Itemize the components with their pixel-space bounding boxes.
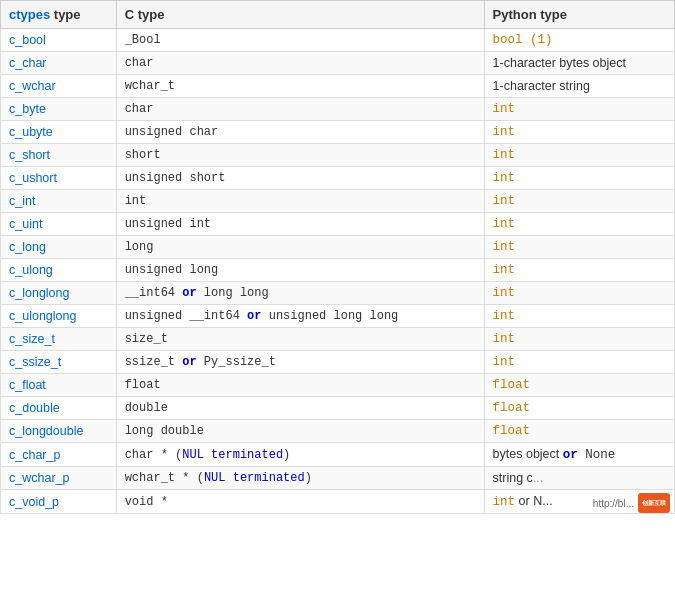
table-row: c_intintint	[1, 190, 675, 213]
ctypes-cell: c_float	[1, 374, 117, 397]
ctypes-cell: c_longdouble	[1, 420, 117, 443]
python-type-cell: string c...	[484, 467, 674, 490]
ctype-cell: wchar_t	[116, 75, 484, 98]
python-type-cell: int	[484, 144, 674, 167]
ctypes-cell: c_char	[1, 52, 117, 75]
python-type-cell: 1-character string	[484, 75, 674, 98]
ctype-cell: size_t	[116, 328, 484, 351]
python-type-cell: int	[484, 98, 674, 121]
table-row: c_floatfloatfloat	[1, 374, 675, 397]
ctypes-cell: c_char_p	[1, 443, 117, 467]
ctypes-cell: c_wchar_p	[1, 467, 117, 490]
ctype-cell: unsigned char	[116, 121, 484, 144]
python-type-cell: int	[484, 213, 674, 236]
ctypes-header-highlight: ctypes	[9, 7, 50, 22]
ctypes-cell: c_long	[1, 236, 117, 259]
ctype-cell: float	[116, 374, 484, 397]
ctype-cell: __int64 or long long	[116, 282, 484, 305]
python-type-cell: int	[484, 167, 674, 190]
ctypes-cell: c_ubyte	[1, 121, 117, 144]
table-row: c_uintunsigned intint	[1, 213, 675, 236]
ctype-cell: ssize_t or Py_ssize_t	[116, 351, 484, 374]
ctypes-cell: c_byte	[1, 98, 117, 121]
table-row: c_char_pchar * (NUL terminated)bytes obj…	[1, 443, 675, 467]
ctype-cell: char	[116, 98, 484, 121]
header-python: Python type	[484, 1, 674, 29]
ctype-cell: long double	[116, 420, 484, 443]
ctypes-cell: c_longlong	[1, 282, 117, 305]
table-row: c_wchar_pwchar_t * (NUL terminated)strin…	[1, 467, 675, 490]
ctypes-cell: c_bool	[1, 29, 117, 52]
table-row: c_longlongint	[1, 236, 675, 259]
header-ctypes: ctypes type	[1, 1, 117, 29]
ctype-cell: char * (NUL terminated)	[116, 443, 484, 467]
table-row: c_ssize_tssize_t or Py_ssize_tint	[1, 351, 675, 374]
python-type-cell: float	[484, 397, 674, 420]
python-type-cell: int	[484, 121, 674, 144]
table-row: c_ulongunsigned longint	[1, 259, 675, 282]
table-row: c_charchar1-character bytes object	[1, 52, 675, 75]
ctype-cell: _Bool	[116, 29, 484, 52]
python-type-cell: int	[484, 190, 674, 213]
ctypes-cell: c_size_t	[1, 328, 117, 351]
ctype-cell: wchar_t * (NUL terminated)	[116, 467, 484, 490]
python-type-cell: int	[484, 282, 674, 305]
python-type-cell: float	[484, 420, 674, 443]
table-header-row: ctypes type C type Python type	[1, 1, 675, 29]
table-row: c_shortshortint	[1, 144, 675, 167]
python-type-cell: bytes object or None	[484, 443, 674, 467]
table-row: c_ulonglongunsigned __int64 or unsigned …	[1, 305, 675, 328]
python-type-cell: int	[484, 351, 674, 374]
ctypes-cell: c_short	[1, 144, 117, 167]
ctypes-cell: c_ssize_t	[1, 351, 117, 374]
python-type-cell: int	[484, 236, 674, 259]
ctype-cell: char	[116, 52, 484, 75]
python-type-cell: int	[484, 305, 674, 328]
ctypes-cell: c_ulonglong	[1, 305, 117, 328]
ctypes-cell: c_ushort	[1, 167, 117, 190]
ctype-cell: short	[116, 144, 484, 167]
ctype-cell: double	[116, 397, 484, 420]
python-type-cell: bool (1)	[484, 29, 674, 52]
table-row: c_ubyteunsigned charint	[1, 121, 675, 144]
ctype-cell: int	[116, 190, 484, 213]
table-row: c_bytecharint	[1, 98, 675, 121]
table-row: c_size_tsize_tint	[1, 328, 675, 351]
python-type-cell: int	[484, 328, 674, 351]
python-type-cell: 1-character bytes object	[484, 52, 674, 75]
ctype-cell: long	[116, 236, 484, 259]
ctype-cell: unsigned short	[116, 167, 484, 190]
table-row: c_bool_Boolbool (1)	[1, 29, 675, 52]
table-row: c_void_pvoid *int or N...http://bl...创新互…	[1, 490, 675, 514]
table-row: c_doubledoublefloat	[1, 397, 675, 420]
ctype-cell: unsigned long	[116, 259, 484, 282]
ctypes-cell: c_int	[1, 190, 117, 213]
table-row: c_ushortunsigned shortint	[1, 167, 675, 190]
ctype-cell: unsigned __int64 or unsigned long long	[116, 305, 484, 328]
ctypes-cell: c_ulong	[1, 259, 117, 282]
python-type-cell: float	[484, 374, 674, 397]
python-type-cell: int	[484, 259, 674, 282]
python-type-cell: int or N...http://bl...创新互联	[484, 490, 674, 514]
table-row: c_wcharwchar_t1-character string	[1, 75, 675, 98]
ctypes-cell: c_void_p	[1, 490, 117, 514]
ctype-cell: void *	[116, 490, 484, 514]
ctype-cell: unsigned int	[116, 213, 484, 236]
ctypes-table: ctypes type C type Python type c_bool_Bo…	[0, 0, 675, 514]
ctypes-cell: c_uint	[1, 213, 117, 236]
ctypes-cell: c_wchar	[1, 75, 117, 98]
table-row: c_longlong__int64 or long longint	[1, 282, 675, 305]
table-row: c_longdoublelong doublefloat	[1, 420, 675, 443]
ctypes-cell: c_double	[1, 397, 117, 420]
header-ctype: C type	[116, 1, 484, 29]
